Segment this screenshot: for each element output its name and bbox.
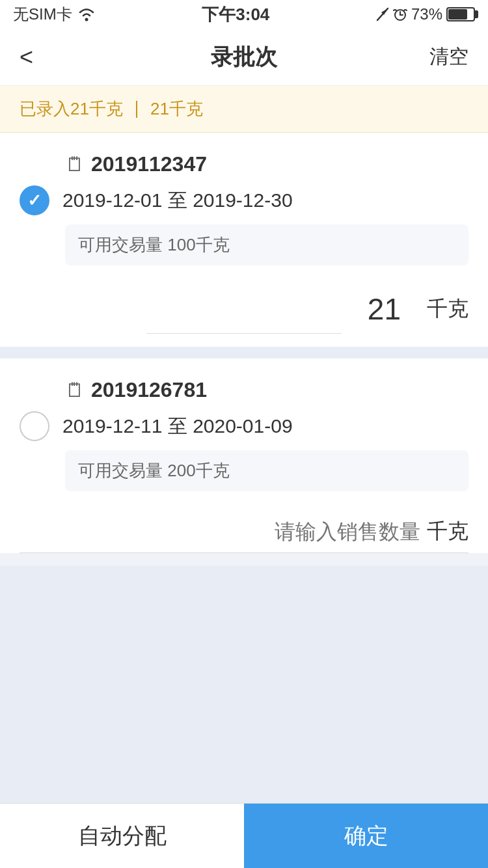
page-title: 录批次 [211, 42, 277, 72]
status-right: 73% [376, 5, 475, 23]
blank-area [0, 566, 488, 839]
clear-button[interactable]: 清空 [429, 44, 468, 70]
batch-item-2[interactable]: 🗒 2019126781 2019-12-11 至 2020-01-09 可用交… [0, 359, 488, 504]
batch-date-row-1: 2019-12-01 至 2019-12-30 [20, 185, 468, 215]
radio-1[interactable] [20, 185, 49, 215]
radio-2[interactable] [20, 411, 49, 441]
input-divider-2 [20, 552, 468, 553]
auto-distribute-button[interactable]: 自动分配 [0, 804, 244, 868]
batch-avail-2: 可用交易量 200千克 [65, 450, 468, 491]
batch-icon-1: 🗒 [65, 154, 85, 176]
carrier-text: 无SIM卡 [13, 4, 72, 25]
batch-date-row-2: 2019-12-11 至 2020-01-09 [20, 411, 468, 441]
batch-id-row-1: 🗒 2019112347 [65, 152, 468, 176]
qty-value-1: 21 [368, 292, 401, 327]
wifi-icon [77, 7, 96, 21]
confirm-button[interactable]: 确定 [244, 804, 488, 868]
batch-id-row-2: 🗒 2019126781 [65, 378, 468, 402]
info-divider [136, 101, 137, 118]
quantity-input-2[interactable] [20, 520, 420, 544]
back-button[interactable]: < [20, 44, 59, 71]
quantity-row-1: 21 千克 [0, 278, 488, 333]
batch-id-1: 2019112347 [91, 152, 207, 176]
batch-avail-text-2: 可用交易量 200千克 [78, 461, 230, 480]
nav-bar: < 录批次 清空 [0, 29, 488, 86]
recorded-label: 已录入21千克 [20, 98, 123, 120]
section-separator [0, 347, 488, 359]
bottom-bar: 自动分配 确定 [0, 803, 488, 868]
batch-icon-2: 🗒 [65, 379, 85, 401]
batch-card-2: 🗒 2019126781 2019-12-11 至 2020-01-09 可用交… [0, 359, 488, 553]
status-left: 无SIM卡 [13, 4, 96, 25]
batch-avail-text-1: 可用交易量 100千克 [78, 235, 230, 254]
batch-avail-1: 可用交易量 100千克 [65, 224, 468, 265]
batch-date-1: 2019-12-01 至 2019-12-30 [62, 187, 293, 214]
input-unit-2: 千克 [427, 517, 468, 546]
batch-card-1: 🗒 2019112347 2019-12-01 至 2019-12-30 可用交… [0, 133, 488, 347]
input-row-2: 千克 [0, 504, 488, 552]
batch-id-2: 2019126781 [91, 378, 207, 402]
location-icon [376, 7, 389, 21]
qty-unit-1: 千克 [427, 295, 468, 323]
svg-point-0 [85, 18, 88, 21]
info-banner: 已录入21千克 21千克 [0, 86, 488, 133]
status-time: 下午3:04 [202, 3, 269, 26]
alarm-icon [393, 7, 407, 21]
status-bar: 无SIM卡 下午3:04 73% [0, 0, 488, 29]
batch-date-2: 2019-12-11 至 2020-01-09 [62, 413, 293, 440]
info-amount: 21千克 [150, 98, 203, 120]
batch-item-1[interactable]: 🗒 2019112347 2019-12-01 至 2019-12-30 可用交… [0, 133, 488, 278]
battery-icon [446, 7, 475, 21]
qty-divider-1 [146, 333, 342, 334]
battery-percent: 73% [411, 5, 442, 23]
